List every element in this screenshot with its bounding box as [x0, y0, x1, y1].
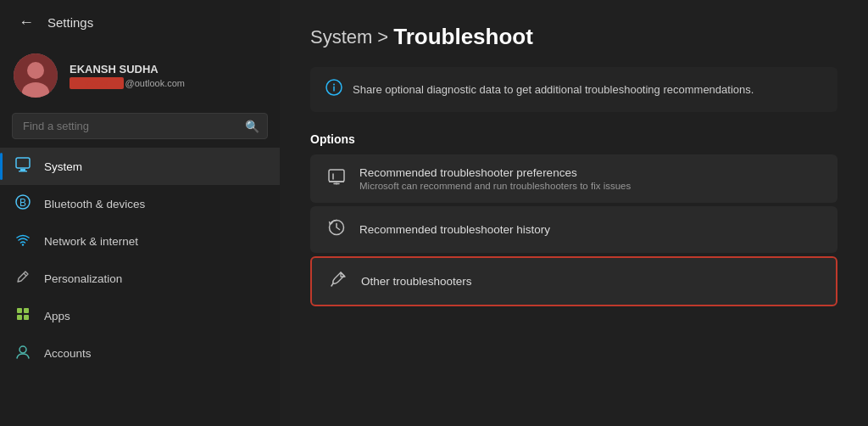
breadcrumb-separator: > — [377, 26, 388, 48]
info-banner: Share optional diagnostic data to get ad… — [310, 67, 837, 112]
svg-rect-12 — [24, 315, 29, 320]
sidebar-item-accounts-label: Accounts — [44, 347, 92, 360]
apps-icon — [14, 306, 32, 325]
sidebar-item-system-label: System — [44, 160, 82, 173]
nav-list: System B Bluetooth & devices Network & — [0, 148, 280, 426]
sidebar-item-apps[interactable]: Apps — [0, 297, 280, 334]
user-info: EKANSH SUDHA xxxxx@outlook.com — [70, 63, 185, 89]
wifi-icon — [14, 232, 32, 250]
troubleshooter-history-title: Recommended troubleshooter history — [359, 223, 550, 236]
sidebar-item-accounts[interactable]: Accounts — [0, 334, 280, 372]
email-redacted: xxxxx — [70, 77, 124, 89]
svg-point-13 — [19, 346, 26, 353]
sidebar-item-network-label: Network & internet — [44, 235, 138, 248]
info-icon — [326, 79, 342, 100]
accounts-icon — [14, 344, 32, 362]
svg-rect-5 — [19, 171, 27, 172]
breadcrumb-parent: System — [310, 26, 372, 48]
svg-rect-3 — [16, 158, 30, 168]
option-troubleshooter-history[interactable]: Recommended troubleshooter history — [310, 206, 837, 253]
troubleshooter-prefs-icon — [326, 167, 348, 190]
breadcrumb: System > Troubleshoot — [310, 24, 837, 50]
sidebar-item-personalization[interactable]: Personalization — [0, 260, 280, 297]
search-input[interactable] — [12, 113, 268, 139]
sidebar-item-apps-label: Apps — [44, 310, 70, 322]
svg-rect-10 — [24, 308, 29, 313]
svg-rect-11 — [17, 315, 22, 320]
other-troubleshooters-title: Other troubleshooters — [361, 275, 472, 288]
search-box[interactable]: 🔍 — [12, 113, 268, 139]
system-icon — [14, 157, 32, 176]
troubleshooter-prefs-subtitle: Microsoft can recommend and run troubles… — [359, 181, 631, 191]
svg-rect-15 — [333, 87, 335, 92]
other-troubleshooters-text: Other troubleshooters — [361, 275, 472, 288]
troubleshooter-history-text: Recommended troubleshooter history — [359, 223, 550, 236]
sidebar-item-personalization-label: Personalization — [44, 272, 122, 285]
sidebar: ← Settings EKANSH SUDHA xxxxx@outlook.co… — [0, 0, 280, 426]
sidebar-header: ← Settings — [0, 0, 280, 45]
sidebar-item-bluetooth[interactable]: B Bluetooth & devices — [0, 185, 280, 222]
breadcrumb-current: Troubleshoot — [393, 24, 533, 50]
user-profile[interactable]: EKANSH SUDHA xxxxx@outlook.com — [0, 45, 280, 109]
personalization-icon — [14, 269, 32, 288]
option-troubleshooter-prefs[interactable]: Recommended troubleshooter preferences M… — [310, 154, 837, 203]
sidebar-item-system[interactable]: System — [0, 148, 280, 185]
sidebar-title: Settings — [47, 15, 93, 30]
sidebar-item-network[interactable]: Network & internet — [0, 222, 280, 260]
troubleshooter-prefs-title: Recommended troubleshooter preferences — [359, 166, 631, 179]
svg-text:B: B — [19, 197, 26, 209]
svg-point-16 — [333, 84, 335, 86]
bluetooth-icon: B — [14, 194, 32, 213]
svg-point-1 — [27, 62, 44, 79]
troubleshooter-history-icon — [326, 218, 348, 241]
avatar-image — [14, 53, 58, 98]
svg-rect-9 — [17, 308, 22, 313]
option-other-troubleshooters[interactable]: Other troubleshooters — [310, 256, 837, 306]
main-content: System > Troubleshoot Share optional dia… — [280, 0, 868, 426]
svg-rect-17 — [329, 170, 344, 182]
options-label: Options — [310, 132, 837, 146]
user-email: xxxxx@outlook.com — [70, 77, 185, 89]
back-button[interactable]: ← — [14, 12, 39, 33]
svg-point-8 — [22, 244, 24, 245]
troubleshooter-prefs-text: Recommended troubleshooter preferences M… — [359, 166, 631, 191]
avatar — [14, 53, 58, 98]
svg-rect-4 — [20, 169, 25, 171]
sidebar-item-bluetooth-label: Bluetooth & devices — [44, 198, 145, 210]
user-name: EKANSH SUDHA — [70, 63, 185, 76]
info-banner-text: Share optional diagnostic data to get ad… — [353, 83, 754, 96]
other-troubleshooters-icon — [327, 270, 349, 293]
